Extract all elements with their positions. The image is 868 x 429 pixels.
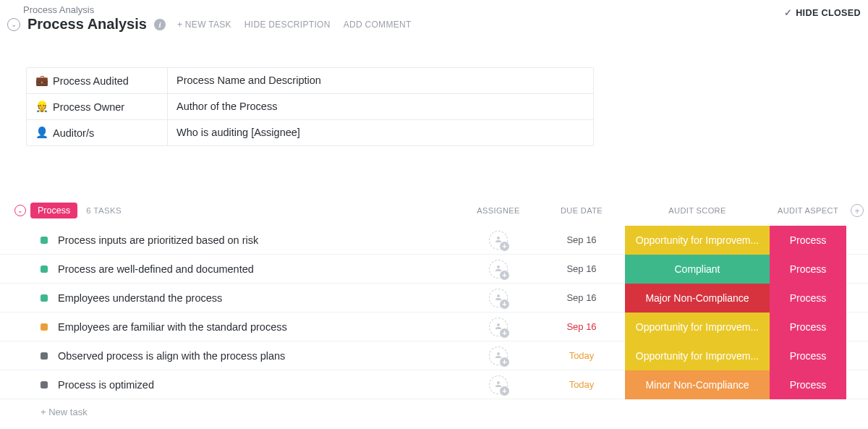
column-header-assignee[interactable]: ASSIGNEE bbox=[459, 206, 538, 215]
task-name[interactable]: Process is optimized bbox=[58, 379, 459, 391]
status-indicator[interactable] bbox=[41, 294, 48, 302]
meta-value[interactable]: Process Name and Description bbox=[168, 68, 593, 93]
audit-aspect-pill[interactable]: Process bbox=[770, 370, 846, 399]
column-header-due-date[interactable]: DUE DATE bbox=[538, 206, 625, 215]
task-name[interactable]: Process inputs are prioritized based on … bbox=[58, 234, 459, 246]
assignee-cell[interactable] bbox=[459, 231, 538, 250]
breadcrumb[interactable]: Process Analysis bbox=[7, 4, 412, 15]
list-status-badge[interactable]: Process bbox=[30, 203, 77, 218]
meta-label: 👤Auditor/s bbox=[27, 120, 168, 145]
chevron-down-icon[interactable]: ⌄ bbox=[7, 18, 20, 31]
assign-user-icon[interactable] bbox=[489, 289, 508, 307]
task-name[interactable]: Employees understand the process bbox=[58, 292, 459, 304]
hide-closed-toggle[interactable]: ✓ HIDE CLOSED bbox=[784, 4, 861, 18]
audit-aspect-pill[interactable]: Process bbox=[770, 284, 846, 313]
hide-description-button[interactable]: HIDE DESCRIPTION bbox=[244, 20, 331, 30]
task-name[interactable]: Employees are familiar with the standard… bbox=[58, 321, 459, 333]
meta-label: 💼Process Audited bbox=[27, 68, 168, 93]
column-header-audit-aspect[interactable]: AUDIT ASPECT bbox=[770, 206, 846, 215]
task-row[interactable]: Employees are familiar with the standard… bbox=[0, 313, 868, 341]
assignee-cell[interactable] bbox=[459, 318, 538, 336]
status-indicator[interactable] bbox=[41, 381, 48, 388]
status-indicator[interactable] bbox=[41, 323, 48, 331]
due-date[interactable]: Sep 16 bbox=[538, 292, 625, 303]
task-count: 6 TASKS bbox=[86, 206, 122, 215]
assign-user-icon[interactable] bbox=[489, 347, 508, 365]
audit-score-pill[interactable]: Opportunity for Improvem... bbox=[625, 226, 770, 255]
audit-aspect-pill[interactable]: Process bbox=[770, 255, 846, 284]
due-date[interactable]: Today bbox=[538, 379, 625, 390]
new-task-button[interactable]: + NEW TASK bbox=[177, 20, 231, 30]
task-row[interactable]: Observed process is align with the proce… bbox=[0, 341, 868, 370]
assignee-cell[interactable] bbox=[459, 289, 538, 307]
assign-user-icon[interactable] bbox=[489, 318, 508, 336]
meta-icon: 👤 bbox=[35, 127, 48, 139]
assign-user-icon[interactable] bbox=[489, 375, 508, 394]
meta-row: 💼Process AuditedProcess Name and Descrip… bbox=[27, 68, 593, 94]
audit-score-pill[interactable]: Opportunity for Improvem... bbox=[625, 341, 770, 370]
audit-score-pill[interactable]: Major Non-Compliance bbox=[625, 284, 770, 313]
page-title: Process Analysis bbox=[27, 16, 147, 33]
meta-row: 👷Process OwnerAuthor of the Process bbox=[27, 94, 593, 120]
info-icon[interactable]: i bbox=[154, 19, 166, 30]
task-row[interactable]: Employees understand the processSep 16Ma… bbox=[0, 284, 868, 313]
meta-row: 👤Auditor/sWho is auditing [Assignee] bbox=[27, 120, 593, 145]
assignee-cell[interactable] bbox=[459, 260, 538, 279]
status-indicator[interactable] bbox=[41, 352, 48, 360]
audit-score-pill[interactable]: Opportunity for Improvem... bbox=[625, 313, 770, 341]
assign-user-icon[interactable] bbox=[489, 260, 508, 279]
description-table: 💼Process AuditedProcess Name and Descrip… bbox=[26, 67, 594, 146]
check-icon: ✓ bbox=[784, 7, 792, 18]
status-indicator[interactable] bbox=[41, 237, 48, 244]
due-date[interactable]: Sep 16 bbox=[538, 321, 625, 332]
assign-user-icon[interactable] bbox=[489, 231, 508, 250]
meta-label: 👷Process Owner bbox=[27, 94, 168, 119]
assignee-cell[interactable] bbox=[459, 375, 538, 394]
status-indicator[interactable] bbox=[41, 266, 48, 273]
meta-icon: 💼 bbox=[35, 75, 48, 87]
task-name[interactable]: Process are well-defined and documented bbox=[58, 263, 459, 275]
task-row[interactable]: Process is optimizedTodayMinor Non-Compl… bbox=[0, 370, 868, 399]
meta-icon: 👷 bbox=[35, 101, 48, 113]
add-comment-button[interactable]: ADD COMMENT bbox=[344, 20, 412, 30]
task-name[interactable]: Observed process is align with the proce… bbox=[58, 350, 459, 362]
chevron-down-icon[interactable]: ⌄ bbox=[14, 205, 26, 216]
hide-closed-label: HIDE CLOSED bbox=[796, 8, 861, 18]
meta-value[interactable]: Author of the Process bbox=[168, 94, 593, 119]
due-date[interactable]: Sep 16 bbox=[538, 234, 625, 245]
audit-aspect-pill[interactable]: Process bbox=[770, 226, 846, 255]
assignee-cell[interactable] bbox=[459, 347, 538, 365]
list-header: ⌄ Process 6 TASKS ASSIGNEE DUE DATE AUDI… bbox=[0, 203, 868, 218]
due-date[interactable]: Sep 16 bbox=[538, 263, 625, 274]
audit-aspect-pill[interactable]: Process bbox=[770, 341, 846, 370]
new-task-button[interactable]: + New task bbox=[0, 399, 868, 417]
task-row[interactable]: Process are well-defined and documentedS… bbox=[0, 255, 868, 284]
add-column-button[interactable]: + bbox=[851, 204, 864, 217]
audit-aspect-pill[interactable]: Process bbox=[770, 313, 846, 341]
meta-value[interactable]: Who is auditing [Assignee] bbox=[168, 120, 593, 145]
due-date[interactable]: Today bbox=[538, 350, 625, 361]
task-row[interactable]: Process inputs are prioritized based on … bbox=[0, 226, 868, 255]
audit-score-pill[interactable]: Minor Non-Compliance bbox=[625, 370, 770, 399]
column-header-audit-score[interactable]: AUDIT SCORE bbox=[625, 206, 770, 215]
audit-score-pill[interactable]: Compliant bbox=[625, 255, 770, 284]
